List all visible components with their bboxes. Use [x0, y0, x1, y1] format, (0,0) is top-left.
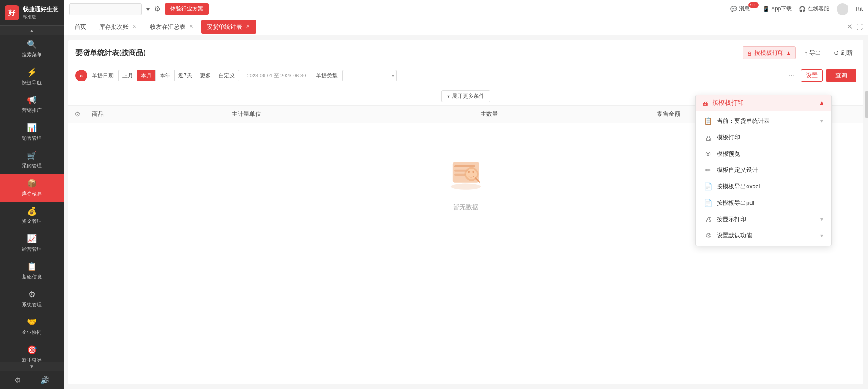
- sidebar-item-search-menu[interactable]: 🔍 搜索菜单: [0, 35, 64, 63]
- tab-inventory-batch-close[interactable]: ✕: [131, 24, 137, 30]
- th-goods-label: 商品: [92, 111, 104, 117]
- table-settings-icon[interactable]: ⚙: [75, 111, 80, 118]
- sidebar-item-sales[interactable]: 📊 销售管理: [0, 118, 64, 146]
- tab-receivable-summary-close[interactable]: ✕: [188, 24, 194, 30]
- tab-order-stats[interactable]: 要货单统计表 ✕: [201, 20, 256, 34]
- top-bar-settings-icon[interactable]: ⚙: [154, 5, 160, 13]
- display-print-icon: 🖨: [704, 216, 712, 223]
- tab-inventory-batch[interactable]: 库存批次账 ✕: [94, 20, 143, 34]
- print-template-label: 按模板打印: [754, 49, 784, 57]
- page-content: 要货单统计表(按商品) 🖨 按模板打印 ▲ ↑ 导出 ↺ 刷新: [64, 35, 868, 389]
- empty-state-text: 暂无数据: [453, 203, 479, 212]
- svg-point-8: [468, 171, 470, 173]
- print-dropdown-header: 🖨 按模板打印 ▲: [696, 95, 831, 111]
- sidebar-item-basics[interactable]: 📋 基础信息: [0, 257, 64, 285]
- tabs-maximize-btn[interactable]: ⛶: [856, 23, 863, 30]
- tab-home[interactable]: 首页: [69, 20, 92, 34]
- current-template-arrow: ▾: [820, 118, 823, 124]
- sidebar-nav: 🔍 搜索菜单 ⚡ 快捷导航 📢 营销推广 📊 销售管理 🛒 采购管理 📦 库存核…: [0, 35, 64, 362]
- enterprise-icon: 🤝: [27, 317, 37, 327]
- order-type-label: 单据类型: [316, 72, 338, 80]
- more-options-btn[interactable]: ···: [786, 70, 797, 81]
- trial-button[interactable]: 体验行业方案: [165, 3, 209, 15]
- tab-receivable-summary[interactable]: 收发存汇总表 ✕: [145, 20, 200, 34]
- messages-item[interactable]: 💬 消息 99+: [730, 5, 755, 13]
- online-service-item[interactable]: 🎧 在线客服: [799, 5, 829, 13]
- refresh-label: 刷新: [841, 49, 853, 57]
- print-template-preview-item[interactable]: 👁 模板预览: [696, 146, 831, 162]
- sidebar-item-guide[interactable]: 🎯 新手引导: [0, 340, 64, 362]
- date-btn-last-7-days[interactable]: 近7天: [174, 70, 196, 81]
- print-dropdown-collapse-btn[interactable]: ▲: [818, 99, 825, 106]
- sidebar-item-enterprise[interactable]: 🤝 企业协同: [0, 313, 64, 340]
- default-func-icon: ⚙: [704, 232, 712, 240]
- sidebar-settings-btn[interactable]: ⚙: [15, 376, 21, 384]
- sidebar-item-quick-nav[interactable]: ⚡ 快捷导航: [0, 63, 64, 91]
- sidebar-item-label: 资金管理: [22, 218, 42, 225]
- query-button[interactable]: 查询: [826, 69, 856, 82]
- print-template-custom-item[interactable]: ✏ 模板自定义设计: [696, 162, 831, 178]
- export-label: 导出: [809, 49, 821, 57]
- expand-more-btn[interactable]: ▾ 展开更多条件: [441, 90, 490, 102]
- date-btn-last-month[interactable]: 上月: [118, 70, 137, 81]
- sidebar-item-operations[interactable]: 📈 经营管理: [0, 229, 64, 257]
- top-bar-dropdown-arrow[interactable]: ▾: [146, 5, 150, 13]
- print-template-btn[interactable]: 🖨 按模板打印 ▲: [743, 46, 796, 59]
- tab-order-stats-close[interactable]: ✕: [245, 24, 251, 30]
- filter-expand-btn[interactable]: »: [75, 70, 87, 81]
- print-default-func-item[interactable]: ⚙ 设置默认功能 ▾: [696, 227, 831, 244]
- display-print-arrow: ▾: [820, 216, 823, 222]
- th-unit-label: 主计量单位: [232, 111, 261, 117]
- print-template-export-pdf-item[interactable]: 📄 按模板导出pdf: [696, 195, 831, 211]
- online-service-label: 在线客服: [808, 5, 829, 13]
- printer-icon: 🖨: [747, 50, 753, 56]
- system-icon: ⚙: [28, 289, 35, 299]
- current-template-icon: 📋: [704, 117, 712, 125]
- sidebar-scroll-up[interactable]: ▲: [0, 26, 64, 35]
- sidebar-item-finance[interactable]: 💰 资金管理: [0, 202, 64, 229]
- operations-icon: 📈: [27, 234, 37, 244]
- date-btn-this-year[interactable]: 本年: [155, 70, 174, 81]
- filter-actions: ··· 设置 查询: [786, 69, 856, 82]
- quick-nav-icon: ⚡: [27, 67, 37, 77]
- print-template-export-excel-item[interactable]: 📄 按模板导出excel: [696, 178, 831, 195]
- sidebar-item-label: 新手引导: [22, 357, 42, 362]
- sidebar-speaker-btn[interactable]: 🔊: [40, 376, 50, 384]
- print-display-print-item[interactable]: 🖨 按显示打印 ▾: [696, 211, 831, 227]
- top-bar-search-input[interactable]: [69, 3, 142, 15]
- top-bar-right: 💬 消息 99+ 📱 App下载 🎧 在线客服 Rit: [730, 3, 863, 15]
- template-preview-label: 模板预览: [717, 150, 740, 158]
- th-quantity-label: 主数量: [480, 111, 498, 117]
- app-download-item[interactable]: 📱 App下载: [763, 5, 792, 13]
- page-actions: 🖨 按模板打印 ▲ ↑ 导出 ↺ 刷新: [743, 46, 856, 59]
- sidebar-item-marketing[interactable]: 📢 营销推广: [0, 91, 64, 118]
- tabs-close-all-btn[interactable]: ✕: [847, 22, 853, 31]
- sidebar-item-purchase[interactable]: 🛒 采购管理: [0, 146, 64, 174]
- sidebar-scroll-down[interactable]: ▼: [0, 362, 64, 371]
- scrollbar-indicator[interactable]: [865, 91, 868, 118]
- search-menu-icon: 🔍: [27, 40, 37, 50]
- tabs-bar: 首页 库存批次账 ✕ 收发存汇总表 ✕ 要货单统计表 ✕ ✕ ⛶: [64, 18, 868, 35]
- main-area: ▾ ⚙ 体验行业方案 💬 消息 99+ 📱 App下载 🎧 在线客服 Rit 首…: [64, 0, 868, 389]
- refresh-btn[interactable]: ↺ 刷新: [830, 47, 856, 59]
- template-preview-icon: 👁: [704, 150, 712, 158]
- date-btn-more[interactable]: 更多: [196, 70, 215, 81]
- print-template-print-item[interactable]: 🖨 模板打印: [696, 129, 831, 146]
- print-dropdown-title: 🖨 按模板打印: [702, 99, 744, 107]
- date-btn-custom[interactable]: 自定义: [215, 70, 239, 81]
- user-name[interactable]: Rit: [856, 6, 863, 12]
- sidebar-item-label: 系统管理: [22, 301, 42, 308]
- settings-button[interactable]: 设置: [801, 69, 823, 82]
- avatar[interactable]: [837, 3, 848, 15]
- date-btn-this-month[interactable]: 本月: [137, 70, 155, 81]
- sidebar-item-label: 快捷导航: [22, 79, 42, 86]
- export-btn[interactable]: ↑ 导出: [801, 47, 825, 59]
- sidebar-item-system[interactable]: ⚙ 系统管理: [0, 285, 64, 313]
- expand-more-icon: ▾: [447, 93, 450, 100]
- app-download-label: App下载: [771, 5, 792, 13]
- order-type-select[interactable]: [342, 70, 397, 81]
- print-current-template-item[interactable]: 📋 当前：要货单统计表 ▾: [696, 113, 831, 129]
- sidebar-item-inventory[interactable]: 📦 库存核算: [0, 174, 64, 202]
- template-export-excel-icon: 📄: [704, 182, 712, 191]
- marketing-icon: 📢: [27, 95, 37, 105]
